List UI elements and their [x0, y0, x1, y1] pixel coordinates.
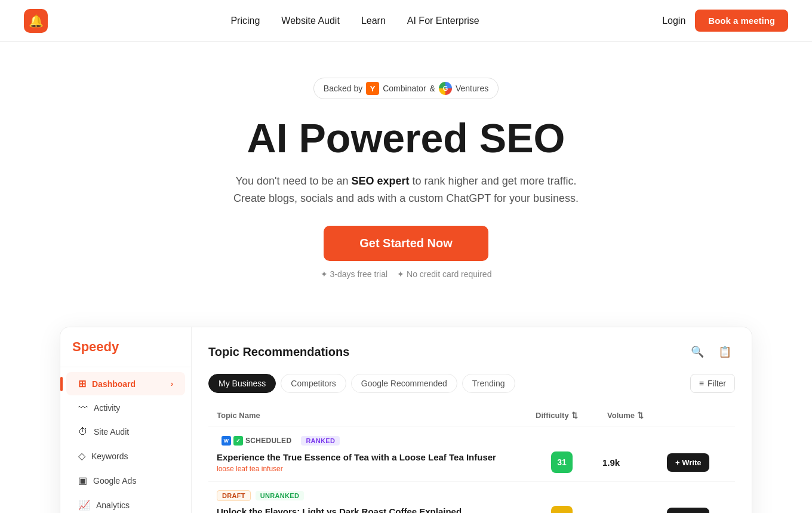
sidebar-item-site-audit[interactable]: ⏱ Site Audit: [66, 420, 185, 443]
difficulty-badge: 53: [551, 506, 573, 513]
main-actions: 🔍 📋: [687, 342, 735, 362]
site-audit-icon: ⏱: [78, 426, 88, 437]
tabs-bar: My Business Competitors Google Recommend…: [208, 374, 735, 393]
nav-ai-enterprise[interactable]: AI For Enterprise: [407, 16, 479, 26]
topic-tags: W ✓ SCHEDULED RANKED: [217, 435, 727, 447]
write-button[interactable]: + Write: [667, 453, 709, 472]
ventures-text: Ventures: [456, 84, 488, 93]
backed-badge: Backed by Y Combinator & G Ventures: [313, 78, 499, 99]
sidebar-label-dashboard: Dashboard: [92, 379, 136, 389]
check-icon: ✓: [233, 436, 243, 446]
login-link[interactable]: Login: [662, 16, 685, 26]
topic-tags: DRAFT UNRANKED: [217, 490, 727, 501]
nav-pricing[interactable]: Pricing: [230, 16, 260, 26]
nav-links: Pricing Website Audit Learn AI For Enter…: [230, 16, 479, 26]
sidebar-item-analytics[interactable]: 📈 Analytics: [66, 493, 185, 513]
yc-logo: Y: [366, 82, 379, 95]
nav-learn[interactable]: Learn: [361, 16, 386, 26]
table-row: DRAFT UNRANKED Unlock the Flavors: Light…: [208, 482, 735, 513]
export-button[interactable]: 📋: [715, 342, 735, 362]
sidebar-label-site-audit: Site Audit: [94, 427, 129, 437]
sidebar-item-google-ads[interactable]: ▣ Google Ads: [66, 469, 185, 492]
dashboard-icon: ⊞: [78, 378, 86, 389]
tab-my-business[interactable]: My Business: [208, 374, 276, 393]
table-row: W ✓ SCHEDULED RANKED Experience the True…: [208, 426, 735, 482]
scheduled-tag: W ✓ SCHEDULED: [217, 435, 296, 447]
google-logo: G: [439, 82, 452, 95]
no-credit-card-text: ✦ No credit card required: [397, 269, 491, 279]
main-header: Topic Recommendations 🔍 📋: [208, 342, 735, 362]
get-started-button[interactable]: Get Started Now: [324, 226, 488, 261]
topic-keyword: loose leaf tea infuser: [217, 465, 521, 473]
col-actions: [667, 411, 727, 420]
draft-tag: DRAFT: [217, 490, 251, 501]
sidebar-label-analytics: Analytics: [96, 500, 130, 510]
hero-heading: AI Powered SEO: [12, 116, 800, 161]
topic-title: Unlock the Flavors: Light vs Dark Roast …: [217, 506, 521, 513]
activity-icon: 〰: [78, 403, 88, 413]
difficulty-badge: 31: [551, 451, 573, 473]
table-header: Topic Name Difficulty ⇅ Volume ⇅: [208, 405, 735, 426]
sidebar: Speedy ⊞ Dashboard › 〰 Activity ⏱ Site A…: [60, 327, 192, 513]
keywords-icon: ◇: [78, 450, 85, 462]
tab-trending[interactable]: Trending: [462, 374, 515, 393]
filter-label: Filter: [708, 379, 726, 388]
app-preview: Speedy ⊞ Dashboard › 〰 Activity ⏱ Site A…: [60, 327, 752, 513]
tab-competitors[interactable]: Competitors: [281, 374, 346, 393]
logo[interactable]: 🔔: [24, 9, 48, 33]
chevron-right-icon: ›: [171, 380, 173, 388]
sidebar-label-keywords: Keywords: [91, 451, 128, 461]
ranked-tag: RANKED: [301, 436, 340, 446]
wordpress-icon: W: [222, 436, 231, 446]
sidebar-item-keywords[interactable]: ◇ Keywords: [66, 444, 185, 468]
sidebar-divider: [60, 367, 191, 367]
write-button[interactable]: + Write: [667, 508, 709, 513]
topic-row-grid: Experience the True Essence of Tea with …: [217, 451, 727, 473]
free-trial-text: ✦ 3-days free trial: [321, 269, 387, 279]
combinator-text: Combinator: [383, 84, 426, 93]
col-volume[interactable]: Volume ⇅: [607, 411, 667, 420]
search-button[interactable]: 🔍: [687, 342, 708, 362]
page-title: Topic Recommendations: [208, 345, 349, 359]
volume-value: 1.9k: [602, 457, 662, 468]
col-topic-name: Topic Name: [217, 411, 536, 420]
hero-sub: ✦ 3-days free trial ✦ No credit card req…: [12, 269, 800, 279]
nav-actions: Login Book a meeting: [662, 10, 788, 32]
unranked-tag: UNRANKED: [256, 491, 304, 500]
sidebar-label-activity: Activity: [94, 403, 120, 413]
nav-website-audit[interactable]: Website Audit: [281, 16, 340, 26]
main-content: Topic Recommendations 🔍 📋 My Business Co…: [192, 327, 752, 513]
badge-backed-text: Backed by: [324, 84, 362, 93]
topic-title: Experience the True Essence of Tea with …: [217, 452, 521, 462]
topic-row-grid: Unlock the Flavors: Light vs Dark Roast …: [217, 506, 727, 513]
sidebar-label-google-ads: Google Ads: [93, 476, 136, 486]
badge-amp: &: [430, 84, 435, 93]
hero-section: Backed by Y Combinator & G Ventures AI P…: [0, 42, 812, 303]
sidebar-item-activity[interactable]: 〰 Activity: [66, 397, 185, 419]
filter-button[interactable]: ≡ Filter: [690, 374, 735, 393]
tab-google-recommended[interactable]: Google Recommended: [351, 374, 457, 393]
tab-group: My Business Competitors Google Recommend…: [208, 374, 515, 393]
analytics-icon: 📈: [78, 499, 90, 511]
col-difficulty[interactable]: Difficulty ⇅: [536, 411, 607, 420]
sidebar-item-dashboard[interactable]: ⊞ Dashboard ›: [66, 372, 185, 395]
filter-icon: ≡: [699, 379, 704, 388]
hero-desc: You don't need to be an SEO expert to ra…: [12, 173, 800, 207]
google-ads-icon: ▣: [78, 475, 87, 486]
navbar: 🔔 Pricing Website Audit Learn AI For Ent…: [0, 0, 812, 42]
sidebar-logo: Speedy: [60, 339, 191, 367]
book-meeting-button[interactable]: Book a meeting: [695, 10, 788, 32]
